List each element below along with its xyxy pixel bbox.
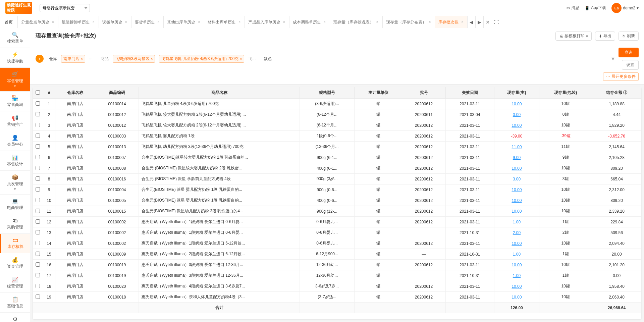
app-download-btn[interactable]: 📱 App下载 (585, 5, 606, 11)
row-qty[interactable]: 11.00 (494, 142, 539, 152)
warehouse-filter-tag[interactable]: 南岸门店 × (61, 55, 85, 63)
row-checkbox-2[interactable] (36, 123, 40, 127)
row-checkbox-5[interactable] (36, 155, 40, 159)
close-tab-qtck[interactable]: × (197, 16, 201, 28)
row-qty[interactable]: 0.00 (494, 109, 539, 120)
row-qty[interactable]: 10.00 (494, 163, 539, 174)
sidebar-item-retail-stat[interactable]: 📊 零售统计 (0, 151, 30, 171)
row-qty[interactable]: 10.00 (494, 120, 539, 131)
row-qty[interactable]: 9.00 (494, 152, 539, 163)
tab-home[interactable]: 首页 (0, 16, 18, 28)
remove-warehouse-tag[interactable]: × (81, 57, 83, 61)
sidebar-item-system[interactable]: ⚙ 系统管理 (0, 313, 30, 322)
expand-conditions-btn[interactable]: ⋯ 展开更多条件 (603, 72, 639, 81)
account-dropdown[interactable]: 母婴行业演示账套 (40, 4, 90, 12)
tab-xczl-kcfb[interactable]: 现存量（库存分布表） × (383, 16, 435, 28)
close-tab-zuzhuang[interactable]: × (92, 16, 95, 28)
select-all-checkbox[interactable] (36, 90, 40, 95)
row-checkbox-0[interactable] (36, 101, 40, 106)
row-qty[interactable]: 10.00 (494, 292, 539, 303)
tab-kcpczh[interactable]: 库存批次账 × (435, 16, 468, 28)
tab-clck[interactable]: 材料出库单历史 × (204, 16, 245, 28)
tab-ccrk[interactable]: 产成品入库单历史 × (245, 16, 289, 28)
row-qty[interactable]: 2.00 (494, 227, 539, 238)
row-checkbox-16[interactable] (36, 273, 40, 277)
row-qty[interactable]: 10.00 (494, 260, 539, 270)
row-checkbox-15[interactable] (36, 262, 40, 267)
tab-xczl-kczt[interactable]: 现存量（库存状况表） × (330, 16, 383, 28)
row-checkbox-6[interactable] (36, 166, 40, 170)
toggle-filter-btn[interactable]: › (36, 55, 44, 63)
refresh-btn[interactable]: ↻ 刷新 (619, 32, 639, 41)
close-tab-clck[interactable]: × (238, 16, 241, 28)
row-qty[interactable]: 1.00 (494, 217, 539, 227)
tab-diaob[interactable]: 调拨单历史 × (99, 16, 131, 28)
row-checkbox-7[interactable] (36, 176, 40, 181)
row-checkbox-12[interactable] (36, 230, 40, 234)
product-filter-tag-2[interactable]: 飞鹤星飞帆 儿童奶粉 4段(3-6岁适用) 700克 × (159, 55, 244, 63)
row-qty[interactable]: 10.00 (494, 195, 539, 206)
settings-btn[interactable]: 设置 (622, 60, 639, 70)
row-checkbox-18[interactable] (36, 294, 40, 299)
tab-maximize-btn[interactable]: ⛶ (492, 16, 501, 28)
query-btn[interactable]: 查询 (619, 48, 639, 57)
row-qty[interactable]: 10.00 (494, 281, 539, 292)
row-checkbox-10[interactable] (36, 209, 40, 213)
row-checkbox-9[interactable] (36, 198, 40, 202)
tab-next-btn[interactable]: ▶ (476, 16, 484, 28)
sidebar-item-purchase[interactable]: 🛍 采购管理 (0, 214, 30, 234)
product-ellipsis[interactable]: 飞... (248, 56, 256, 62)
close-tab-xczl-kczt[interactable]: × (376, 16, 379, 28)
print-btn[interactable]: 🖨 按模板打印 ▾ (555, 32, 592, 41)
user-avatar[interactable]: Ea demo2 ▾ (611, 3, 639, 13)
close-tab-ccrk[interactable]: × (282, 16, 286, 28)
warehouse-ellipsis[interactable]: ··· (89, 56, 93, 61)
close-tab-diaob[interactable]: × (124, 16, 128, 28)
tab-qtck[interactable]: 其他出库单历史 × (164, 16, 204, 28)
close-tab-cbtz[interactable]: × (323, 16, 326, 28)
tab-fenpan[interactable]: 分量盘点单历史 × (18, 16, 58, 28)
sidebar-item-ecom[interactable]: 💻 电商管理 (0, 195, 30, 214)
tab-prev-btn[interactable]: ◀ (468, 16, 476, 28)
row-qty[interactable]: 3.00 (494, 174, 539, 184)
row-qty[interactable]: 1.00 (494, 270, 539, 281)
remove-product-tag-1[interactable]: × (151, 57, 153, 61)
close-tab-yaohuo[interactable]: × (157, 16, 160, 28)
row-checkbox-11[interactable] (36, 219, 40, 224)
sidebar-item-inventory[interactable]: 🗃 库存核算 (0, 234, 30, 253)
sidebar-item-search[interactable]: 🔍 搜索菜单 (0, 28, 30, 48)
row-qty[interactable]: -39.00 (494, 131, 539, 142)
row-qty[interactable]: 10.00 (494, 99, 539, 109)
sidebar-item-finance[interactable]: 💰 资金管理 (0, 253, 30, 273)
remove-product-tag-2[interactable]: × (240, 57, 242, 61)
color-dropdown-icon[interactable]: ▾ (611, 55, 614, 62)
row-checkbox-1[interactable] (36, 112, 40, 116)
close-tab-fenpan[interactable]: × (51, 16, 55, 28)
row-qty[interactable]: 1.00 (494, 249, 539, 260)
tab-cbtz[interactable]: 成本调整单历史 × (289, 16, 330, 28)
sidebar-item-retail-shop[interactable]: 🏪 零售商城 (0, 92, 30, 111)
product-filter-tag-1[interactable]: 飞鹤奶粉3段两箱装 × (113, 55, 155, 63)
row-checkbox-17[interactable] (36, 284, 40, 288)
row-qty[interactable]: 10.00 (494, 238, 539, 249)
row-checkbox-4[interactable] (36, 144, 40, 149)
sidebar-item-ops[interactable]: 📈 经营管理 (0, 273, 30, 293)
row-checkbox-14[interactable] (36, 252, 40, 256)
row-qty[interactable]: 10.00 (494, 184, 539, 195)
sidebar-item-member[interactable]: 👤 会员中心 (0, 131, 30, 151)
row-qty[interactable]: 10.00 (494, 206, 539, 217)
sidebar-item-retail-mgmt[interactable]: 🛒 零售管理 ▾ (0, 68, 30, 92)
close-tab-kcpczh[interactable]: × (461, 16, 464, 28)
message-btn[interactable]: ✉ 消息 (567, 5, 579, 11)
close-tab-xczl-kcfb[interactable]: × (428, 16, 432, 28)
tab-close-btn[interactable]: ✕ (484, 16, 492, 28)
sidebar-item-quicknav[interactable]: ⚡ 快捷导航 (0, 48, 30, 68)
tab-yaohuo[interactable]: 要货单历史 × (131, 16, 164, 28)
tab-zuzhuang[interactable]: 组装拆卸单历史 × (58, 16, 99, 28)
sidebar-item-wholesale[interactable]: 📦 批发管理 ▾ (0, 171, 30, 195)
sidebar-item-base[interactable]: 📋 基础信息 (0, 293, 30, 313)
row-checkbox-3[interactable] (36, 133, 40, 138)
row-checkbox-13[interactable] (36, 241, 40, 245)
row-checkbox-8[interactable] (36, 187, 40, 192)
export-btn[interactable]: ⬇ 导出 (595, 32, 615, 41)
